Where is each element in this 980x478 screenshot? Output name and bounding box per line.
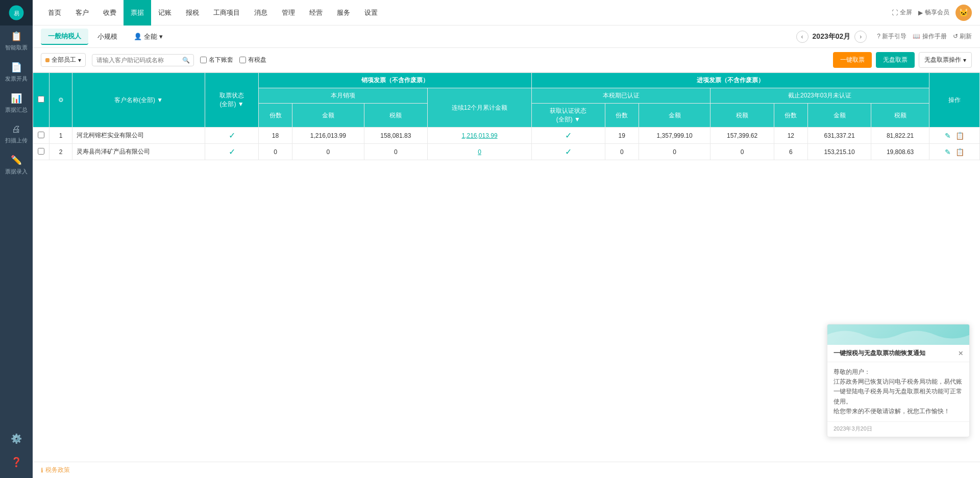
row-customer: 灵寿县尚泽矿产品有限公司 xyxy=(72,144,205,160)
sales-cumulative-link[interactable]: 1,216,013.99 xyxy=(461,132,497,139)
avatar-icon: 🐱 xyxy=(959,8,969,17)
no-disk-ops-dropdown-icon: ▾ xyxy=(963,57,966,64)
sidebar-item-label: 扫描上传 xyxy=(5,137,28,144)
row-sales-cumulative: 1,216,013.99 xyxy=(428,128,532,144)
nav-item-home[interactable]: 首页 xyxy=(41,0,68,26)
refresh-button[interactable]: ↺ 刷新 xyxy=(953,32,972,41)
row-checkbox-input[interactable] xyxy=(38,132,44,138)
th-uncert-amount: 金额 xyxy=(807,104,871,128)
row-sales-count: 18 xyxy=(258,128,292,144)
nav-item-settings[interactable]: 设置 xyxy=(357,0,385,26)
filter-right: 一键取票 无盘取票 无盘取票操作 ▾ xyxy=(833,52,972,68)
th-purchase-uncertified: 截止2023年03月未认证 xyxy=(710,88,929,104)
sidebar-item-smart-fetch[interactable]: 📋 智能取票 xyxy=(0,26,33,57)
sidebar: 易 📋 智能取票 📄 发票开具 📊 票据汇总 🖨 扫描上传 ✏️ 票据录入 ⚙️… xyxy=(0,0,33,478)
tab-general-taxpayer-label: 一般纳税人 xyxy=(48,32,81,41)
checkbox-account-set[interactable]: 名下账套 xyxy=(200,56,233,64)
sidebar-item-invoice-summary[interactable]: 📊 票据汇总 xyxy=(0,88,33,119)
tax-policy-link[interactable]: ℹ 税务政策 xyxy=(41,466,70,474)
new-guide-button[interactable]: ? 新手引导 xyxy=(877,32,906,41)
nav-item-business[interactable]: 工商项目 xyxy=(206,0,247,26)
help-bottom-icon: ❓ xyxy=(11,457,22,468)
no-disk-fetch-button[interactable]: 无盘取票 xyxy=(876,52,915,68)
sidebar-logo: 易 xyxy=(0,0,33,26)
fullscreen-button[interactable]: ⛶ 全屏 xyxy=(892,8,912,17)
th-customer: 客户名称(全部) ▼ xyxy=(72,73,205,128)
th-cert-count: 份数 xyxy=(605,104,639,128)
sidebar-item-label: 发票开具 xyxy=(5,75,28,83)
nav-item-message[interactable]: 消息 xyxy=(247,0,275,26)
nav-item-invoice[interactable]: 票据 xyxy=(124,0,151,26)
nav-item-customer[interactable]: 客户 xyxy=(68,0,96,26)
nav-item-operation[interactable]: 经营 xyxy=(302,0,330,26)
th-checkbox xyxy=(33,73,50,128)
navbar: 首页 客户 收费 票据 记账 报税 工商项目 消息 管理 经营 服务 设置 ⛶ … xyxy=(33,0,980,26)
detail-icon[interactable]: 📋 xyxy=(955,132,964,140)
nav-item-accounting[interactable]: 记账 xyxy=(151,0,179,26)
invoice-summary-icon: 📊 xyxy=(11,93,22,104)
notification-wave xyxy=(827,324,969,345)
row-sales-cumulative: 0 xyxy=(428,144,532,160)
row-sales-tax: 0 xyxy=(364,144,427,160)
vip-button[interactable]: ▶ 畅享会员 xyxy=(918,8,949,17)
row-cert-count: 0 xyxy=(605,144,639,160)
sidebar-item-invoice-input[interactable]: ✏️ 票据录入 xyxy=(0,149,33,181)
tab-nav: ‹ 2023年02月 › xyxy=(796,31,867,43)
select-all-checkbox[interactable] xyxy=(38,96,44,103)
one-click-fetch-button[interactable]: 一键取票 xyxy=(833,52,872,68)
th-uncert-tax: 税额 xyxy=(871,104,929,128)
no-disk-ops-button[interactable]: 无盘取票操作 ▾ xyxy=(919,52,972,68)
row-uncert-amount: 631,337.21 xyxy=(807,128,871,144)
checkbox-account-set-input[interactable] xyxy=(200,57,207,63)
nav-items: 首页 客户 收费 票据 记账 报税 工商项目 消息 管理 经营 服务 设置 xyxy=(41,0,892,26)
smart-fetch-icon: 📋 xyxy=(11,31,22,42)
tab-right-actions: ? 新手引导 📖 操作手册 ↺ 刷新 xyxy=(877,32,972,41)
notification-date: 2023年3月20日 xyxy=(834,425,872,432)
edit-icon[interactable]: ✎ xyxy=(945,148,951,156)
search-wrap: 🔍 xyxy=(92,54,194,66)
sidebar-item-invoice-issue[interactable]: 📄 发票开具 xyxy=(0,57,33,88)
nav-item-manage[interactable]: 管理 xyxy=(275,0,302,26)
table-row: 1 河北柯镕栏实业有限公司 ✓ 18 1,216,013.99 158,081.… xyxy=(33,128,980,144)
next-period-button[interactable]: › xyxy=(854,31,867,43)
notification-popup: 一键报税与无盘取票功能恢复通知 ✕ 尊敬的用户： 江苏政务网已恢复访问电子税务局… xyxy=(827,324,970,437)
employee-select[interactable]: 全部员工 ▾ xyxy=(41,53,86,67)
row-uncert-tax: 19,808.63 xyxy=(871,144,929,160)
sidebar-item-settings-bottom[interactable]: ⚙️ xyxy=(0,428,33,449)
invoice-input-icon: ✏️ xyxy=(11,155,22,166)
detail-icon[interactable]: 📋 xyxy=(955,148,964,156)
avatar[interactable]: 🐱 xyxy=(955,5,972,21)
svg-text:易: 易 xyxy=(14,10,19,16)
fullscreen-label: 全屏 xyxy=(900,8,912,17)
sidebar-item-label: 智能取票 xyxy=(5,44,28,52)
sidebar-item-label: 票据录入 xyxy=(5,168,28,175)
checkbox-tax-disk-input[interactable] xyxy=(239,57,246,63)
tab-general-taxpayer[interactable]: 一般纳税人 xyxy=(41,29,88,45)
edit-icon[interactable]: ✎ xyxy=(945,132,951,140)
sidebar-item-help-bottom[interactable]: ❓ xyxy=(0,451,33,473)
period-label: 2023年02月 xyxy=(813,32,851,41)
tab-small-scale[interactable]: 小规模 xyxy=(90,29,125,44)
notification-close-button[interactable]: ✕ xyxy=(958,350,963,357)
sales-cumulative-link[interactable]: 0 xyxy=(478,148,481,156)
nav-item-billing[interactable]: 收费 xyxy=(96,0,124,26)
tab-all[interactable]: 👤 全能 ▾ xyxy=(127,29,170,44)
tab-small-scale-label: 小规模 xyxy=(97,32,117,41)
scan-upload-icon: 🖨 xyxy=(12,124,21,135)
search-icon[interactable]: 🔍 xyxy=(182,57,190,64)
tax-policy-icon: ℹ xyxy=(41,467,43,474)
checkbox-tax-disk[interactable]: 有税盘 xyxy=(239,56,266,64)
row-actions: ✎ 📋 xyxy=(929,128,979,144)
th-sales-cumulative: 连续12个月累计金额 xyxy=(428,88,532,128)
prev-period-button[interactable]: ‹ xyxy=(796,31,808,43)
sidebar-item-scan-upload[interactable]: 🖨 扫描上传 xyxy=(0,119,33,149)
invoice-issue-icon: 📄 xyxy=(11,62,22,73)
filter-bar: 全部员工 ▾ 🔍 名下账套 有税盘 一键取票 无盘取票 无盘取票操作 ▾ xyxy=(33,48,980,72)
row-cert-status: ✓ xyxy=(532,128,605,144)
th-purchase-certified: 本税期已认证 xyxy=(532,88,710,104)
nav-item-tax[interactable]: 报税 xyxy=(179,0,206,26)
manual-button[interactable]: 📖 操作手册 xyxy=(913,32,946,41)
nav-item-service[interactable]: 服务 xyxy=(330,0,357,26)
search-input[interactable] xyxy=(92,54,194,66)
row-checkbox-input[interactable] xyxy=(38,148,44,155)
